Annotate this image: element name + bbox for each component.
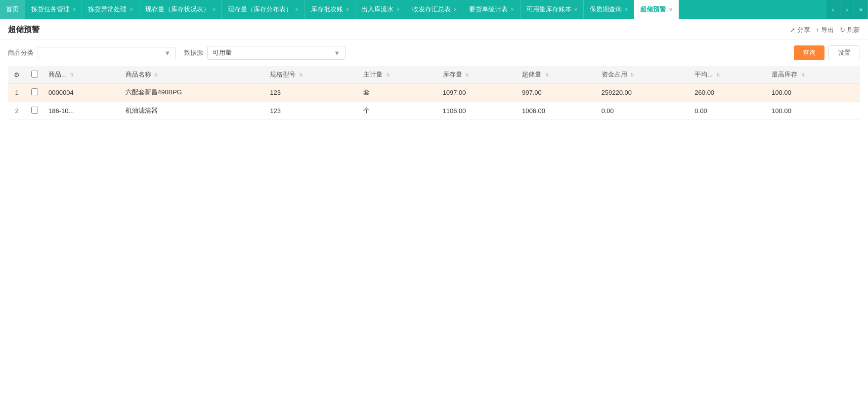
sort-icon[interactable]: ⇅ [70,72,74,78]
stock-cell: 1097.00 [438,83,517,102]
sort-icon[interactable]: ⇅ [801,72,805,78]
sort-icon[interactable]: ⇅ [299,72,303,78]
sort-icon[interactable]: ⇅ [465,72,469,78]
row-number: 1 [8,83,26,102]
header-actions: ➚ 分享 ↑ 导出 ↻ 刷新 [790,26,861,35]
close-icon[interactable]: × [213,6,216,12]
row-checkbox[interactable] [31,107,38,114]
filter-bar: 商品分类 ▼ 数据源 可用量 ▼ 查询 设置 [0,40,868,66]
nav-item-available-account[interactable]: 可用量库存账本 × [521,0,584,19]
datasource-filter: 数据源 可用量 ▼ [184,46,346,60]
table-row: 2 186-10... 机油滤清器 123 个 1106.00 1006.00 … [8,102,860,120]
page-container: 超储预警 ➚ 分享 ↑ 导出 ↻ 刷新 商品分类 ▼ 数据源 [0,19,868,395]
sort-icon[interactable]: ⇅ [716,72,720,78]
stock-cell: 1106.00 [438,102,517,120]
datasource-label: 数据源 [184,48,203,57]
nav-item-in-out-flow[interactable]: 出入库流水 × [355,0,406,19]
share-button[interactable]: ➚ 分享 [790,26,810,35]
sort-icon[interactable]: ⇅ [545,72,549,78]
chevron-down-icon: ▼ [334,49,340,57]
datasource-select[interactable]: 可用量 ▼ [207,46,346,60]
nav-item-collect-summary[interactable]: 收发存汇总表 × [406,0,463,19]
nav-item-order-count[interactable]: 要货单统计表 × [463,0,520,19]
max-stock-cell: 100.00 [767,83,860,102]
row-checkbox[interactable] [31,88,38,95]
table-header-row: ⚙ 商品... ⇅ 商品名称 ⇅ 规格型号 ⇅ [8,66,860,83]
category-select[interactable]: ▼ [38,47,176,59]
nav-item-quality-period[interactable]: 保质期查询 × [584,0,634,19]
close-icon[interactable]: × [669,6,672,12]
avg-cell: 0.00 [690,102,767,120]
overstock-cell: 1006.00 [517,102,596,120]
sort-icon[interactable]: ⇅ [386,72,390,78]
close-icon[interactable]: × [511,6,514,12]
close-icon[interactable]: × [295,6,298,12]
product-code-cell: 0000004 [43,83,121,102]
gear-icon[interactable]: ⚙ [14,71,20,79]
nav-item-abnormal[interactable]: 拣货异常处理 × [82,0,139,19]
product-code-column-header: 商品... ⇅ [43,66,121,83]
datasource-value: 可用量 [213,48,232,57]
avg-cell: 260.00 [690,83,767,102]
category-filter: 商品分类 ▼ [8,47,176,59]
gear-column-header: ⚙ [8,66,26,83]
row-checkbox-cell [26,102,43,120]
table-row: 1 0000004 六配套新昌490BPG 123 套 1097.00 997.… [8,83,860,102]
product-name-cell: 机油滤清器 [121,102,265,120]
product-code-cell: 186-10... [43,102,121,120]
close-icon[interactable]: × [346,6,349,12]
nav-arrow-right[interactable]: › [840,0,854,19]
close-icon[interactable]: × [130,6,132,12]
max-stock-cell: 100.00 [767,102,860,120]
close-icon[interactable]: × [73,6,76,12]
nav-arrows: ‹ › × [826,0,868,19]
capital-cell: 0.00 [597,102,690,120]
sort-icon[interactable]: ⇅ [154,72,158,78]
table-container: ⚙ 商品... ⇅ 商品名称 ⇅ 规格型号 ⇅ [0,66,868,120]
nav-item-inventory-dist[interactable]: 现存量（库存分布表） × [222,0,304,19]
sort-icon[interactable]: ⇅ [630,72,634,78]
export-button[interactable]: ↑ 导出 [816,26,834,35]
close-icon[interactable]: × [396,6,399,12]
select-all-checkbox[interactable] [31,71,38,78]
refresh-button[interactable]: ↻ 刷新 [840,26,860,35]
max-stock-column-header: 最高库存 ⇅ [767,66,860,83]
query-button[interactable]: 查询 [794,45,825,60]
nav-item-task-mgmt[interactable]: 拣货任务管理 × [25,0,82,19]
unit-column-header: 主计量 ⇅ [358,66,437,83]
capital-cell: 259220.00 [597,83,690,102]
overstock-column-header: 超储量 ⇅ [517,66,596,83]
avg-column-header: 平均... ⇅ [690,66,767,83]
unit-cell: 套 [358,83,437,102]
unit-cell: 个 [358,102,437,120]
chevron-down-icon: ▼ [164,49,171,57]
data-table: ⚙ 商品... ⇅ 商品名称 ⇅ 规格型号 ⇅ [8,66,860,120]
close-icon[interactable]: × [454,6,457,12]
export-icon: ↑ [816,26,820,34]
capital-column-header: 资金占用 ⇅ [597,66,690,83]
refresh-icon: ↻ [840,26,845,34]
nav-item-inventory-status[interactable]: 现存量（库存状况表） × [139,0,222,19]
close-icon[interactable]: × [574,6,577,12]
nav-item-overstock-warning[interactable]: 超储预警 × [634,0,678,19]
settings-button[interactable]: 设置 [828,45,860,60]
spec-cell: 123 [265,102,358,120]
nav-arrow-left[interactable]: ‹ [826,0,840,19]
page-title: 超储预警 [8,25,40,35]
close-icon[interactable]: × [625,6,628,12]
checkbox-column-header [26,66,43,83]
stock-column-header: 库存量 ⇅ [438,66,517,83]
spec-cell: 123 [265,83,358,102]
overstock-cell: 997.00 [517,83,596,102]
category-label: 商品分类 [8,48,34,57]
nav-item-home[interactable]: 首页 [0,0,25,19]
top-nav: 首页 拣货任务管理 × 拣货异常处理 × 现存量（库存状况表） × 现存量（库存… [0,0,868,19]
share-icon: ➚ [790,26,795,34]
nav-arrow-close[interactable]: × [854,0,868,19]
product-name-column-header: 商品名称 ⇅ [121,66,265,83]
nav-item-batch-account[interactable]: 库存批次账 × [305,0,355,19]
page-header: 超储预警 ➚ 分享 ↑ 导出 ↻ 刷新 [0,19,868,40]
product-name-cell: 六配套新昌490BPG [121,83,265,102]
row-number: 2 [8,102,26,120]
row-checkbox-cell [26,83,43,102]
